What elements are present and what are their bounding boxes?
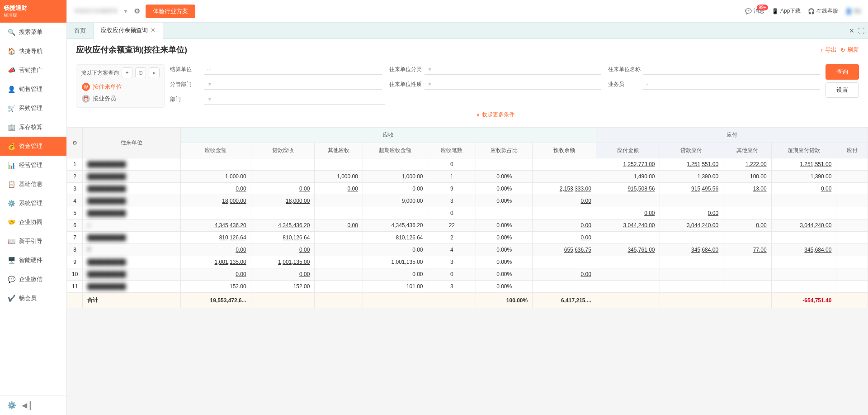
notification-button[interactable]: 💬 消息 99+ xyxy=(745,7,764,15)
cell-value[interactable]: 1,390.00 xyxy=(811,173,832,180)
query-button[interactable]: 查询 xyxy=(826,64,859,80)
cell-value[interactable]: 1,222.00 xyxy=(745,161,767,167)
settings-icon[interactable]: ⚙️ xyxy=(7,401,16,410)
refresh-button[interactable]: ↻ 刷新 xyxy=(840,46,859,54)
cell-value[interactable]: 1,000.00 xyxy=(225,173,246,180)
partner-nature-dropdown[interactable]: ▼ xyxy=(425,79,601,90)
cell-value[interactable]: 810,126.64 xyxy=(219,234,246,241)
collapse-icon[interactable]: ◀║ xyxy=(22,401,32,410)
dept-dropdown[interactable]: ▼ xyxy=(204,79,382,90)
sidebar-item-sales[interactable]: 👤 销售管理 xyxy=(0,80,66,99)
cell-value[interactable]: 0.00 xyxy=(580,222,591,229)
cell-value[interactable]: 4,345,436.20 xyxy=(278,222,310,229)
cell-value[interactable]: 0.00 xyxy=(236,186,246,192)
tab-close-all-button[interactable]: ✕ xyxy=(849,27,854,34)
th-gear[interactable]: ⚙ xyxy=(67,128,83,158)
settlement-unit-input[interactable]: ··· xyxy=(204,64,382,75)
sidebar-item-business[interactable]: 📊 经营管理 xyxy=(0,156,66,175)
cell-value[interactable]: 915,508.56 xyxy=(627,186,655,192)
sidebar-item-inventory[interactable]: 🏢 库存核算 xyxy=(0,118,66,137)
export-button[interactable]: ↑ 导出 xyxy=(821,46,837,54)
cell-value[interactable]: 0.00 xyxy=(580,234,591,241)
sidebar-item-basic[interactable]: 📋 基础信息 xyxy=(0,175,66,194)
th-ap-overdue: 超期应付贷款 xyxy=(771,143,836,158)
cell-value[interactable]: 0.00 xyxy=(236,247,246,253)
cell-value[interactable]: 1,490.00 xyxy=(634,173,655,180)
cell-value[interactable]: 1,001,135.00 xyxy=(215,259,246,265)
cell-value[interactable]: 1,001,135.00 xyxy=(278,259,310,265)
section-dept-dropdown[interactable]: ▼ xyxy=(204,94,385,105)
sidebar-item-finance[interactable]: 💰 资金管理 xyxy=(0,137,66,156)
customer-service-button[interactable]: 🎧 在线客服 xyxy=(808,7,838,15)
cell-value[interactable]: 1,251,551.00 xyxy=(687,161,718,167)
sidebar-item-purchase[interactable]: 🛒 采购管理 xyxy=(0,99,66,118)
cell-value xyxy=(836,158,868,171)
cell-value[interactable]: 0.00 xyxy=(580,271,591,277)
cell-value[interactable]: 0.00 xyxy=(348,222,358,229)
app-download-button[interactable]: 📱 App下载 xyxy=(772,7,801,15)
sidebar-item-member[interactable]: ✔️ 畅会员 xyxy=(0,289,66,308)
sidebar-item-quicknav[interactable]: 🏠 快捷导航 xyxy=(0,42,66,61)
cell-value[interactable]: 77.00 xyxy=(753,247,767,253)
tab-query[interactable]: 应收应付余额查询 ✕ xyxy=(94,23,163,39)
cell-value[interactable]: 345,684.00 xyxy=(691,247,718,253)
cell-value[interactable]: 0.00 xyxy=(756,222,766,229)
topbar-gear-icon[interactable]: ⚙ xyxy=(134,7,140,15)
cell-value[interactable]: 2,153,333.00 xyxy=(560,186,591,192)
add-schema-button[interactable]: + xyxy=(122,67,132,78)
cell-value[interactable]: 0.00 xyxy=(644,210,655,216)
sidebar-item-hardware[interactable]: 🖥️ 智能硬件 xyxy=(0,251,66,270)
cell-value[interactable]: 345,684.00 xyxy=(804,247,831,253)
cell-value[interactable]: 13.00 xyxy=(753,186,767,192)
gear-icon[interactable]: ⚙ xyxy=(72,140,77,146)
schema-by-unit[interactable]: W 按往来单位 xyxy=(78,81,162,93)
promo-button[interactable]: 体验行业方案 xyxy=(146,5,195,18)
cell-value[interactable]: 4,345,436.20 xyxy=(215,222,246,229)
cell-value[interactable]: 0.00 xyxy=(708,210,718,216)
cell-value[interactable]: 1,000.00 xyxy=(337,173,358,180)
cell-value[interactable]: 100.00 xyxy=(750,173,767,180)
sidebar-item-enterprise[interactable]: 🤝 企业协同 xyxy=(0,213,66,232)
schema-by-staff[interactable]: ⏰ 按业务员 xyxy=(78,93,162,105)
cell-value[interactable]: 0.00 xyxy=(299,271,310,277)
cell-value[interactable]: 0.00 xyxy=(299,247,310,253)
cell-value[interactable]: 810,126.64 xyxy=(283,234,310,241)
partner-category-dropdown[interactable]: ▼ xyxy=(425,64,601,75)
cell-value[interactable]: 1,390.00 xyxy=(697,173,718,180)
cell-value[interactable]: 3,044,240.00 xyxy=(687,222,718,229)
sidebar-item-system[interactable]: ⚙️ 系统管理 xyxy=(0,194,66,213)
filter-row-2: 分管部门 ▼ 往来单位性质 ▼ xyxy=(170,79,820,90)
cell-value[interactable]: 3,044,240.00 xyxy=(800,222,831,229)
topbar-dropdown-icon[interactable]: ▼ xyxy=(123,8,128,14)
sidebar-item-marketing[interactable]: 📣 营销推广 xyxy=(0,61,66,80)
setting-button[interactable]: 设置 xyxy=(826,82,859,98)
cell-value[interactable]: 3,044,240.00 xyxy=(623,222,655,229)
cell-value[interactable]: 0.00 xyxy=(299,186,310,192)
tab-maximize-button[interactable]: ⛶ xyxy=(858,27,864,34)
cell-value[interactable]: 18,000.00 xyxy=(286,198,310,204)
tab-home[interactable]: 首页 xyxy=(67,23,94,39)
edit-schema-button[interactable]: ⊙ xyxy=(135,67,146,78)
cell-value[interactable]: 152.00 xyxy=(293,283,310,290)
cell-value[interactable]: 18,000.00 xyxy=(222,198,246,204)
cell-value[interactable]: 1,252,773.00 xyxy=(623,161,655,167)
sidebar-item-weixin[interactable]: 💬 企业微信 xyxy=(0,270,66,289)
sidebar-item-guide[interactable]: 📖 新手引导 xyxy=(0,232,66,251)
cell-value[interactable]: 0.00 xyxy=(580,198,591,204)
tab-close-icon[interactable]: ✕ xyxy=(151,27,156,33)
cell-value[interactable]: 152.00 xyxy=(230,283,246,290)
table-row: 5██████████00.000.00 xyxy=(67,207,868,219)
cell-value[interactable]: 0.00 xyxy=(236,271,246,277)
cell-value[interactable]: 1,251,551.00 xyxy=(800,161,831,167)
sidebar-item-search[interactable]: 🔍 搜索菜单 xyxy=(0,23,66,42)
cell-value[interactable]: 915,495.56 xyxy=(691,186,718,192)
user-avatar[interactable]: 👤 Rit xyxy=(845,8,861,14)
cell-value[interactable]: 655,636.75 xyxy=(564,247,591,253)
salesperson-input[interactable]: ··· xyxy=(642,79,820,90)
cell-value[interactable]: 0.00 xyxy=(348,186,358,192)
partner-name-input[interactable] xyxy=(643,64,820,75)
collapse-schema-button[interactable]: « xyxy=(149,67,160,78)
filter-collapse-button[interactable]: ∧ 收起更多条件 xyxy=(170,108,820,121)
cell-value[interactable]: 345,761.00 xyxy=(627,247,655,253)
cell-value[interactable]: 0.00 xyxy=(821,186,831,192)
